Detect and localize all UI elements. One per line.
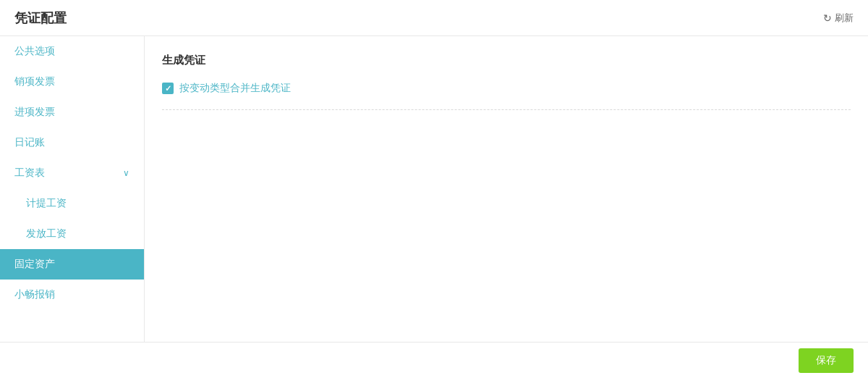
sidebar-item-label: 日记账 — [14, 136, 45, 149]
sidebar-item-label: 公共选项 — [14, 45, 55, 58]
footer: 保存 — [0, 342, 868, 378]
section-title: 生成凭证 — [162, 54, 851, 67]
sidebar-item-public-options[interactable]: 公共选项 — [0, 36, 144, 67]
page-title: 凭证配置 — [14, 9, 67, 27]
sidebar-item-label: 发放工资 — [26, 227, 67, 240]
sidebar-item-label: 小畅报销 — [14, 288, 55, 301]
section-divider — [162, 109, 851, 110]
refresh-label: 刷新 — [835, 12, 854, 25]
sidebar-item-fixed-assets[interactable]: 固定资产 — [0, 249, 144, 280]
content-panel: 生成凭证 ✓ 按变动类型合并生成凭证 — [145, 36, 868, 342]
checkbox-label[interactable]: 按变动类型合并生成凭证 — [179, 82, 291, 95]
sidebar-item-label: 进项发票 — [14, 106, 55, 119]
sidebar-item-label: 固定资产 — [14, 258, 55, 271]
checkmark-icon: ✓ — [165, 84, 171, 93]
refresh-icon: ↻ — [823, 12, 832, 24]
main-area: 公共选项销项发票进项发票日记账工资表∨计提工资发放工资固定资产小畅报销 生成凭证… — [0, 36, 868, 342]
sidebar-item-label: 工资表 — [14, 167, 45, 180]
sidebar-item-payroll-table[interactable]: 工资表∨ — [0, 158, 144, 188]
save-button[interactable]: 保存 — [799, 348, 854, 373]
sidebar-item-expense-report[interactable]: 小畅报销 — [0, 280, 144, 310]
checkbox-row: ✓ 按变动类型合并生成凭证 — [162, 82, 851, 95]
sidebar-item-sales-invoice[interactable]: 销项发票 — [0, 67, 144, 97]
chevron-down-icon: ∨ — [123, 168, 129, 178]
merge-checkbox[interactable]: ✓ — [162, 83, 174, 94]
sidebar: 公共选项销项发票进项发票日记账工资表∨计提工资发放工资固定资产小畅报销 — [0, 36, 145, 342]
sidebar-item-label: 销项发票 — [14, 75, 55, 88]
sidebar-item-purchase-invoice[interactable]: 进项发票 — [0, 97, 144, 127]
sidebar-item-journal[interactable]: 日记账 — [0, 127, 144, 158]
sidebar-item-label: 计提工资 — [26, 197, 67, 210]
sidebar-item-accrual-wage[interactable]: 计提工资 — [0, 188, 144, 219]
refresh-button[interactable]: ↻ 刷新 — [823, 12, 854, 25]
header: 凭证配置 ↻ 刷新 — [0, 0, 868, 36]
sidebar-item-distribute-wage[interactable]: 发放工资 — [0, 219, 144, 249]
app-container: 凭证配置 ↻ 刷新 公共选项销项发票进项发票日记账工资表∨计提工资发放工资固定资… — [0, 0, 868, 378]
